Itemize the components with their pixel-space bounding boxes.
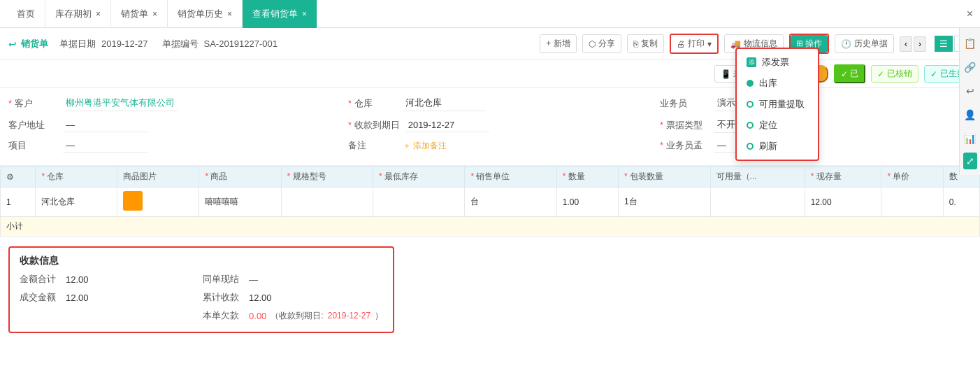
total-value: 12.00 (66, 274, 89, 285)
warehouse-field: 仓库 河北仓库 (348, 95, 660, 111)
share-icon: ⬡ (589, 39, 596, 49)
menu-label-add-invoice: 添发票 (762, 56, 789, 69)
deal-label: 成交金额 (20, 291, 62, 304)
settlement-value: — (249, 274, 258, 285)
new-button[interactable]: + 新增 (540, 34, 576, 53)
row-qty: 1.00 (556, 188, 618, 217)
payment-area: 收款信息 金额合计 12.00 同单现结 — 成交金额 12.00 (0, 237, 980, 343)
total-label: 金额合计 (20, 273, 62, 286)
menu-item-outbound[interactable]: 出库 (737, 73, 818, 94)
sold-badge: ✓ 已核销 (871, 65, 918, 83)
warehouse-value: 河北仓库 (403, 95, 487, 111)
form-section: 客户 柳州粤港平安气体有限公司 仓库 河北仓库 业务员 演示账号 客户地址 — (0, 88, 980, 166)
tab-close-sale-history[interactable]: × (227, 9, 232, 19)
project-value: — (63, 139, 147, 153)
sidebar-icon-3[interactable]: ↩ (962, 81, 979, 101)
owed-suffix-end: ） (375, 310, 383, 322)
row-amount: 0. (943, 188, 979, 217)
doc-title: ↩ 销货单 (8, 38, 48, 50)
menu-label-locate: 定位 (759, 119, 777, 132)
due-date-field: 收款到期日 2019-12-27 (348, 118, 660, 132)
menu-item-available[interactable]: 可用量提取 (737, 94, 818, 115)
copy-button[interactable]: ⎘ 复制 (627, 34, 664, 53)
table-header-row: ⚙ 仓库 商品图片 商品 规格型号 最低库存 销售单位 数量 包装数量 可用量（… (1, 167, 980, 188)
note-field: 备注 ＋ 添加备注 (348, 139, 660, 152)
th-qty: 数量 (556, 167, 618, 188)
th-min-stock: 最低库存 (373, 167, 464, 188)
refresh-icon (747, 143, 754, 150)
payment-row-owed: 本单欠款 0.00 （收款到期日: 2019-12-27 ） (203, 309, 383, 322)
sidebar-icon-1[interactable]: 📋 (960, 34, 980, 53)
note-label: 备注 (348, 139, 397, 152)
history-icon: 🕐 (841, 39, 851, 49)
check-icon: ✓ (841, 69, 848, 79)
row-image (117, 188, 199, 217)
share-button[interactable]: ⬡ 分享 (582, 34, 621, 53)
tab-home[interactable]: 首页 (7, 0, 45, 28)
close-all-tabs[interactable]: × (967, 8, 973, 20)
menu-item-add-invoice[interactable]: 添 添发票 (737, 52, 818, 73)
check-icon-sold: ✓ (877, 69, 884, 79)
doc-type-icon: ↩ (8, 38, 17, 50)
menu-item-locate[interactable]: 定位 (737, 115, 818, 136)
payment-title: 收款信息 (20, 255, 383, 267)
customer-value[interactable]: 柳州粤港平安气体有限公司 (63, 95, 178, 111)
product-image (123, 191, 143, 211)
print-highlight-box: 🖨 打印 ▾ (670, 34, 719, 54)
payment-section: 收款信息 金额合计 12.00 同单现结 — 成交金额 12.00 (8, 246, 394, 333)
sidebar-icon-2[interactable]: 🔗 (960, 57, 980, 77)
owed-label: 本单欠款 (203, 309, 245, 322)
th-current-stock: 现存量 (805, 167, 881, 188)
subtotal-label: 小计 (1, 217, 980, 237)
menu-label-refresh: 刷新 (759, 140, 777, 153)
th-gear: ⚙ (1, 167, 36, 188)
main-content: ↩ 销货单 单据日期 2019-12-27 单据编号 SA-20191227-0… (0, 28, 980, 373)
menu-item-refresh[interactable]: 刷新 (737, 136, 818, 157)
print-dropdown-arrow: ▾ (707, 39, 712, 49)
print-button[interactable]: 🖨 打印 ▾ (671, 35, 717, 52)
deal-value: 12.00 (66, 293, 89, 303)
th-unit: 销售单位 (465, 167, 556, 188)
add-note-button[interactable]: ＋ 添加备注 (403, 140, 447, 152)
tab-sale-history[interactable]: 销货单历史 × (168, 0, 243, 28)
gear-icon: ⚙ (6, 172, 14, 182)
menu-label-outbound: 出库 (759, 77, 777, 90)
subtotal-row: 小计 (1, 217, 980, 237)
row-available (710, 188, 805, 217)
tab-sale[interactable]: 销货单 × (111, 0, 168, 28)
toolbar-row: 📱 来自手机 ● 未开票 ✓ 已 ✓ 已核销 ✓ 已生效 (0, 60, 980, 88)
sidebar-icon-expand[interactable]: ⤢ (963, 153, 977, 169)
tab-close-inventory[interactable]: × (96, 9, 101, 19)
list-view-button[interactable]: ☰ (935, 36, 953, 52)
th-image: 商品图片 (117, 167, 199, 188)
table-row: 1 河北仓库 嘻嘻嘻嘻 台 1.00 1台 12.00 (1, 188, 980, 217)
collected-value: 12.00 (249, 293, 272, 303)
address-field: 客户地址 — (8, 118, 320, 132)
sidebar-icon-4[interactable]: 👤 (960, 105, 980, 125)
tab-close-sale[interactable]: × (152, 9, 157, 19)
owed-value: 0.00 (249, 311, 266, 321)
product-table-container: ⚙ 仓库 商品图片 商品 规格型号 最低库存 销售单位 数量 包装数量 可用量（… (0, 166, 980, 237)
row-unit-price (881, 188, 943, 217)
phone-icon: 📱 (721, 69, 731, 79)
tab-view-sale[interactable]: 查看销货单 × (243, 0, 317, 28)
tab-inventory-init[interactable]: 库存期初 × (45, 0, 111, 28)
sidebar-icon-5[interactable]: 📊 (960, 129, 980, 148)
staff2-label: 业务员孟 (660, 139, 709, 152)
project-field: 项目 — (8, 139, 320, 153)
th-available: 可用量（... (710, 167, 805, 188)
confirm-button[interactable]: ✓ 已 (834, 64, 865, 83)
th-spec: 规格型号 (281, 167, 373, 188)
menu-label-available: 可用量提取 (759, 98, 805, 111)
th-pack-qty: 包装数量 (619, 167, 710, 188)
customer-field: 客户 柳州粤港平安气体有限公司 (8, 95, 320, 111)
row-current-stock: 12.00 (805, 188, 881, 217)
prev-button[interactable]: ‹ (900, 36, 912, 52)
collected-label: 累计收款 (203, 291, 245, 304)
tab-close-view-sale[interactable]: × (302, 9, 307, 19)
history-button[interactable]: 🕐 历史单据 (835, 34, 894, 53)
form-row-3: 项目 — 备注 ＋ 添加备注 业务员孟 — (8, 139, 972, 153)
next-button[interactable]: › (914, 36, 926, 52)
tab-bar: 首页 库存期初 × 销货单 × 销货单历史 × 查看销货单 × × (0, 0, 980, 28)
th-unit-price: 单价 (881, 167, 943, 188)
